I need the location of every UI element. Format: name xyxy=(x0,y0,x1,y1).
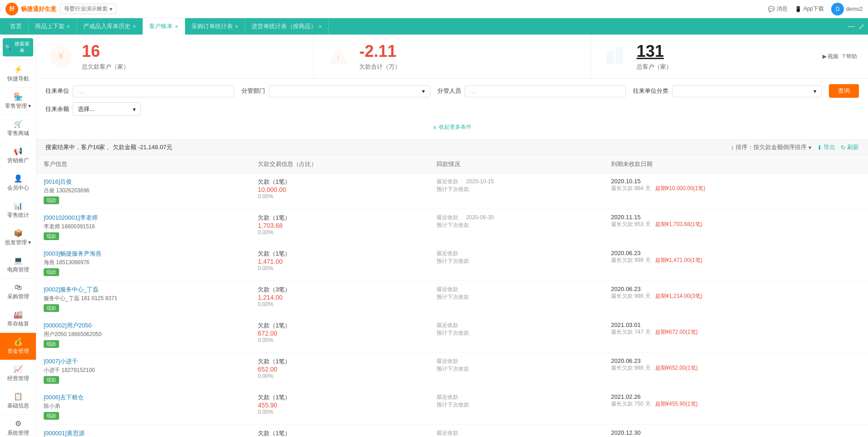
sort-button[interactable]: ↕ 排序：按欠款金额倒序排序 ▾ xyxy=(731,143,812,151)
tab-inbound[interactable]: 产成品入库单历史 ✕ xyxy=(77,18,143,35)
sidebar-item-base[interactable]: 📋 基础信息 xyxy=(0,387,36,415)
sidebar-item-retail-stats-label: 零售统计 xyxy=(7,211,29,219)
overdue-link-1[interactable]: 超期¥1,703.68(1笔) xyxy=(655,221,702,227)
col-header-due: 到期未收款日期 xyxy=(604,156,868,173)
video-action[interactable]: ▶ 视频 xyxy=(823,53,838,60)
filter-select-category[interactable]: ▾ xyxy=(672,85,822,97)
tab-expand-icon[interactable]: ⤢ xyxy=(858,22,864,31)
cell-customer-7: [000001]黄思源 黄思源 13552700226 现款 xyxy=(36,425,251,437)
store-selector[interactable]: 母婴行业演示账套 ▾ xyxy=(60,4,116,14)
filter-row-1: 往来单位 ... 分管部门 ▾ 分管人员 ... xyxy=(45,84,859,98)
stats-bar: ¥ 16 总欠款客户（家） ! -2.11 欠款合计（万） xyxy=(36,35,868,79)
filter-select-balance[interactable]: 选择... ▾ xyxy=(73,102,141,116)
cell-customer-4: [000002]用户2050 用户2050 18665062050 现款 xyxy=(36,317,251,353)
tab-minimize-icon[interactable]: — xyxy=(848,22,855,31)
sidebar-item-inventory[interactable]: 🏭 库存核算 xyxy=(0,306,36,333)
cell-customer-2: [0003]畅捷服务尹海燕 海燕 18513066976 现款 xyxy=(36,245,251,281)
recent-label-1: 最近收款 2020-06-30 xyxy=(437,214,597,221)
debt-count-5: 欠款（1笔） xyxy=(258,357,422,366)
sidebar-item-batch-mgmt[interactable]: 📦 批发管理 ▾ xyxy=(0,224,36,251)
overdue-link-2[interactable]: 超期¥1,471.00(1笔) xyxy=(655,257,702,263)
query-button[interactable]: 查询 xyxy=(829,84,859,98)
debt-amount-3[interactable]: 1,214.00 xyxy=(258,294,422,301)
sidebar-item-marketing[interactable]: 📢 营销推广 xyxy=(0,142,36,170)
tab-orders[interactable]: 采购订单统计表 ✕ xyxy=(185,18,245,35)
filter-select-dept[interactable]: ▾ xyxy=(269,85,430,97)
overdue-link-4[interactable]: 超期¥672.00(1笔) xyxy=(655,329,698,335)
debt-amount-6[interactable]: 455.90 xyxy=(258,402,422,409)
tab-accounts-close[interactable]: ✕ xyxy=(175,24,178,29)
overdue-link-3[interactable]: 超期¥1,214.00(3笔) xyxy=(655,293,702,299)
debt-amount-2[interactable]: 1,471.00 xyxy=(258,258,422,265)
filter-item-unit: 往来单位 ... xyxy=(45,85,234,97)
message-action[interactable]: 💬 消息 xyxy=(768,5,788,13)
tab-orders-label: 采购订单统计表 xyxy=(191,22,233,30)
customer-name-3[interactable]: [0002]服务中心_丁磊 xyxy=(44,286,243,294)
top-bar-right: 💬 消息 📱 App下载 D demo2 xyxy=(768,3,863,15)
tab-inbound-close[interactable]: ✕ xyxy=(132,24,136,29)
refresh-button[interactable]: ↻ 刷新 xyxy=(841,143,859,151)
customer-name-4[interactable]: [000002]用户2050 xyxy=(44,321,243,330)
customer-name-1[interactable]: [0001020001]李老师 xyxy=(44,214,243,222)
top-bar-left: 好 畅捷通好生意 母婴行业演示账套 ▾ xyxy=(5,3,116,15)
message-label: 消息 xyxy=(777,5,788,13)
sidebar-item-ops[interactable]: 📈 经营管理 xyxy=(0,360,36,387)
sidebar-search-button[interactable]: 🔍 搜索菜单 xyxy=(3,38,33,56)
help-action[interactable]: ? 帮助 xyxy=(842,53,857,60)
tab-orders-close[interactable]: ✕ xyxy=(235,24,238,29)
customer-tag-4: 现款 xyxy=(44,340,59,348)
sidebar-item-quick-nav[interactable]: ⚡ 快捷导航 xyxy=(0,60,36,88)
app-download-action[interactable]: 📱 App下载 xyxy=(795,5,824,13)
stat-info-1: 16 总欠款客户（家） xyxy=(82,42,302,71)
sidebar-item-retail-mgmt[interactable]: 🏪 零售管理 ▾ xyxy=(0,88,36,115)
tab-accounts[interactable]: 客户账本 ✕ xyxy=(143,18,185,35)
customer-name-2[interactable]: [0003]畅捷服务尹海燕 xyxy=(44,250,243,258)
cell-customer-0: [0016]吕俊 吕俊 13026203696 现款 xyxy=(36,173,251,209)
customer-name-0[interactable]: [0016]吕俊 xyxy=(44,178,243,186)
tab-inbound-stats-close[interactable]: ✕ xyxy=(318,24,322,29)
logo-area: 好 畅捷通好生意 xyxy=(5,3,56,15)
overdue-link-6[interactable]: 超期¥455.90(1笔) xyxy=(655,401,698,407)
table-row: [0006]去下粮仓 陈小弟 现款 欠款（1笔） 455.90 0.00% 最近… xyxy=(36,389,868,425)
sidebar-item-ecom[interactable]: 💻 电商管理 xyxy=(0,251,36,279)
cell-repayment-3: 最近收款 预计下次收款 xyxy=(429,281,604,317)
collapse-label: 收起更多条件 xyxy=(439,123,472,131)
sidebar-item-finance[interactable]: 💰 资金管理 xyxy=(0,333,36,360)
collapse-btn[interactable]: ∧ 收起更多条件 xyxy=(45,121,859,134)
customer-name-6[interactable]: [0006]去下粮仓 xyxy=(44,393,243,402)
sidebar-item-retail-mall[interactable]: 🛒 零售商城 xyxy=(0,115,36,142)
debt-amount-0[interactable]: 10,000.00 xyxy=(258,186,422,193)
phone-icon: 📱 xyxy=(795,6,802,12)
message-icon: 💬 xyxy=(768,6,775,12)
customer-name-7[interactable]: [000001]黄思源 xyxy=(44,429,243,437)
collapse-arrow-icon: ∧ xyxy=(433,124,437,131)
filter-input-unit-dots: ... xyxy=(78,88,85,95)
filter-input-person[interactable]: ... xyxy=(465,85,626,97)
retail-mgmt-icon: 🏪 xyxy=(14,92,23,101)
user-name: demo2 xyxy=(846,6,863,12)
debt-amount-4[interactable]: 672.00 xyxy=(258,330,422,337)
filter-item-person: 分管人员 ... xyxy=(437,85,626,97)
filter-input-unit[interactable]: ... xyxy=(73,85,234,97)
filter-area: 往来单位 ... 分管部门 ▾ 分管人员 ... xyxy=(36,79,868,140)
cell-repayment-1: 最近收款 2020-06-30 预计下次收款 xyxy=(429,209,604,245)
filter-label-dept: 分管部门 xyxy=(241,87,265,95)
export-button[interactable]: ⬇ 导出 xyxy=(817,143,835,151)
sidebar-item-sys[interactable]: ⚙ 系统管理 xyxy=(0,415,36,437)
debt-amount-1[interactable]: 1,703.68 xyxy=(258,222,422,229)
tab-products-close[interactable]: ✕ xyxy=(66,24,70,29)
overdue-link-5[interactable]: 超期¥652.00(1笔) xyxy=(655,365,698,371)
debt-amount-5[interactable]: 652.00 xyxy=(258,366,422,373)
customer-name-5[interactable]: [0007]小进千 xyxy=(44,357,243,366)
sidebar-item-member[interactable]: 👤 会员中心 xyxy=(0,170,36,197)
cell-debt-0: 欠款（1笔） 10,000.00 0.00% xyxy=(251,173,429,209)
tab-home[interactable]: 首页 xyxy=(4,18,29,35)
user-action[interactable]: D demo2 xyxy=(831,3,863,15)
overdue-link-0[interactable]: 超期¥10,000.00(1笔) xyxy=(655,185,706,191)
member-icon: 👤 xyxy=(14,174,23,183)
sidebar-item-retail-stats[interactable]: 📊 零售统计 xyxy=(0,197,36,224)
tab-products[interactable]: 商品上下架 ✕ xyxy=(29,18,77,35)
tab-inbound-stats[interactable]: 进货单统计表（按商品） ✕ xyxy=(245,18,329,35)
sidebar-item-purchase[interactable]: 🛍 采购管理 xyxy=(0,279,36,306)
export-label: 导出 xyxy=(823,143,835,151)
